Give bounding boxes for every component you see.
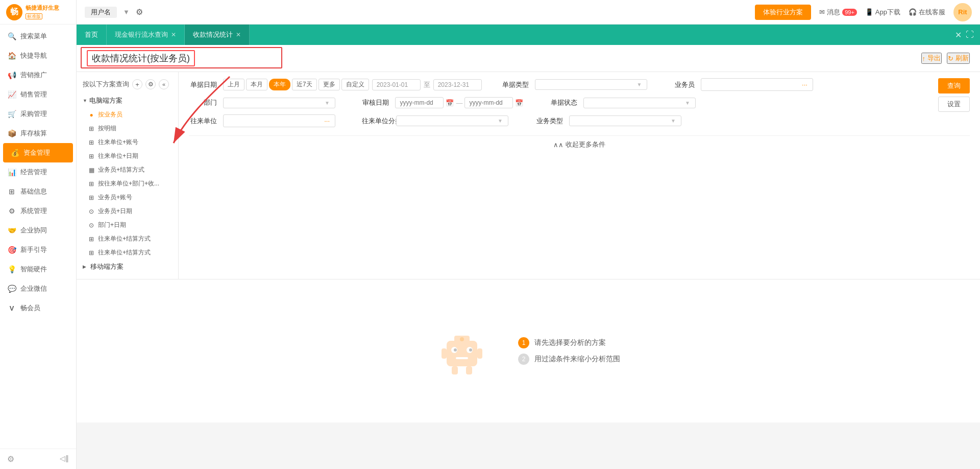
sidebar-item-guide[interactable]: 🎯 新手引导	[0, 240, 76, 260]
topbar-gear-icon[interactable]: ⚙	[136, 7, 143, 17]
sidebar-item-search[interactable]: 🔍 搜索菜单	[0, 27, 76, 46]
scheme-item-sales-account[interactable]: ⊞ 业务员+账号	[77, 191, 178, 204]
doc-status-label: 单据状态	[549, 98, 577, 107]
online-service-button[interactable]: 🎧 在线客服	[909, 8, 945, 17]
tab-collection-stats[interactable]: 收款情况统计 ✕	[185, 25, 250, 45]
marketing-icon: 📢	[7, 71, 16, 80]
sidebar-item-shortcut[interactable]: 🏠 快捷导航	[0, 46, 76, 65]
sidebar-item-collab[interactable]: 🤝 企业协同	[0, 221, 76, 240]
date-row: 上月 本月 本年 近7天 更多 自定义 至	[223, 79, 482, 90]
scheme-mobile-title[interactable]: ▶ 移动端方案	[83, 262, 172, 271]
scheme-item-sales-date[interactable]: ⊙ 业务员+日期	[77, 204, 178, 218]
svg-rect-0	[447, 341, 477, 366]
app-download-button[interactable]: 📱 App下载	[865, 8, 900, 17]
date-to-input[interactable]	[433, 79, 482, 90]
date-btn-7days[interactable]: 近7天	[292, 79, 317, 90]
scheme-item-label: 业务员+日期	[98, 207, 132, 216]
query-button[interactable]: 查询	[938, 78, 970, 93]
scheme-desktop-section[interactable]: ▼ 电脑端方案	[77, 93, 178, 108]
sidebar-item-inventory[interactable]: 📦 库存核算	[0, 124, 76, 143]
scheme-item-label: 业务员+结算方式	[98, 166, 144, 174]
tab-collection-stats-close[interactable]: ✕	[236, 31, 241, 38]
audit-from-input[interactable]	[395, 97, 444, 108]
tab-home[interactable]: 首页	[77, 25, 107, 45]
type-select[interactable]: ▼	[535, 79, 647, 90]
search-icon: 🔍	[7, 32, 16, 41]
date-btn-more[interactable]: 更多	[318, 79, 340, 90]
home-icon: 🏠	[7, 51, 16, 60]
export-button[interactable]: ↑ 导出	[921, 53, 942, 64]
sidebar-item-marketing[interactable]: 📢 营销推广	[0, 65, 76, 85]
sidebar-item-wechat[interactable]: 💬 企业微信	[0, 279, 76, 298]
scheme-item-partner-dept[interactable]: ⊞ 按往来单位+部门+收...	[77, 177, 178, 191]
sidebar-item-label: 资金管理	[23, 148, 50, 157]
scheme-gear-button[interactable]: ⚙	[145, 79, 156, 89]
audit-date-dash: —	[456, 99, 462, 107]
scheme-item-partner-account[interactable]: ⊞ 往来单位+账号	[77, 135, 178, 149]
svg-rect-7	[456, 357, 468, 359]
biz-type-select[interactable]: ▼	[569, 115, 681, 126]
trial-button[interactable]: 体验行业方案	[755, 5, 811, 20]
date-separator: 至	[424, 80, 430, 89]
sidebar-nav: 🔍 搜索菜单 🏠 快捷导航 📢 营销推广 📈 销售管理 🛒 采购管理 📦 库存核…	[0, 25, 76, 449]
partner-more-icon[interactable]: ···	[324, 117, 330, 125]
date-btn-this-month[interactable]: 本月	[246, 79, 267, 90]
scheme-item-partner-settle2[interactable]: ⊞ 往来单位+结算方式	[77, 246, 178, 260]
more-icon[interactable]: ···	[802, 81, 807, 88]
settings-icon[interactable]: ⚙	[7, 454, 14, 464]
partner-cat-select[interactable]: ▼	[396, 115, 508, 126]
scheme-item-label: 按业务员	[98, 110, 122, 119]
step-2-num: 2	[518, 354, 529, 365]
sidebar-item-hardware[interactable]: 💡 智能硬件	[0, 260, 76, 279]
salesperson-select[interactable]: ···	[701, 78, 813, 91]
date-btn-last-month[interactable]: 上月	[223, 79, 244, 90]
scheme-item-dept-date[interactable]: ⊙ 部门+日期	[77, 218, 178, 232]
scheme-item-partner-date[interactable]: ⊞ 往来单位+日期	[77, 149, 178, 163]
scheme-item-salesperson[interactable]: ● 按业务员	[77, 108, 178, 122]
message-button[interactable]: ✉ 消息 99+	[819, 8, 857, 17]
setting-button[interactable]: 设置	[938, 97, 970, 112]
calendar-icon-2[interactable]: 📅	[515, 99, 523, 107]
collapse-button[interactable]: ∧∧ 收起更多条件	[553, 140, 605, 149]
sidebar-item-label: 经营管理	[20, 168, 47, 177]
audit-date-label: 审核日期	[361, 98, 389, 107]
sidebar: 畅 畅捷通好生意 标准版 🔍 搜索菜单 🏠 快捷导航 📢 营销推广 📈 销售管理…	[0, 0, 77, 469]
step-2-text: 用过滤条件来缩小分析范围	[534, 355, 620, 364]
sidebar-item-basic[interactable]: ⊞ 基础信息	[0, 182, 76, 201]
tab-bank-flow[interactable]: 现金银行流水查询 ✕	[107, 25, 185, 45]
sidebar-item-sales[interactable]: 📈 销售管理	[0, 85, 76, 104]
collapse-label: 收起更多条件	[566, 140, 605, 149]
svg-rect-8	[442, 348, 447, 359]
calendar-icon-1[interactable]: 📅	[446, 99, 454, 107]
sidebar-item-system[interactable]: ⚙ 系统管理	[0, 201, 76, 221]
partner-cat-caret: ▼	[498, 118, 503, 124]
date-btn-this-year[interactable]: 本年	[269, 79, 290, 90]
refresh-icon: ↻	[948, 55, 953, 62]
doc-status-caret: ▼	[685, 100, 690, 106]
collapse-sidebar-icon[interactable]: ◁‖	[60, 454, 69, 464]
sidebar-item-finance[interactable]: 💰 资金管理	[3, 143, 73, 162]
scheme-item-partner-settle1[interactable]: ⊞ 往来单位+结算方式	[77, 232, 178, 246]
date-from-input[interactable]	[372, 79, 421, 90]
scheme-item-label: 按往来单位+部门+收...	[98, 179, 159, 188]
sales-account-icon: ⊞	[88, 194, 95, 201]
refresh-button[interactable]: ↻ 刷新	[947, 53, 970, 64]
doc-status-select[interactable]: ▼	[583, 98, 696, 108]
sidebar-item-purchase[interactable]: 🛒 采购管理	[0, 104, 76, 124]
scheme-item-detail[interactable]: ⊞ 按明细	[77, 122, 178, 135]
scheme-collapse-button[interactable]: «	[159, 79, 169, 89]
partner-select[interactable]: ···	[223, 114, 335, 127]
dropdown-icon[interactable]: ▼	[123, 8, 130, 16]
scheme-item-sales-settle[interactable]: ▦ 业务员+结算方式	[77, 163, 178, 177]
tab-bank-flow-close[interactable]: ✕	[171, 31, 176, 38]
sidebar-item-operation[interactable]: 📊 经营管理	[0, 162, 76, 182]
tab-close-all-icon[interactable]: ✕	[955, 30, 962, 40]
sidebar-item-member[interactable]: V 畅会员	[0, 298, 76, 318]
tab-maximize-icon[interactable]: ⛶	[966, 30, 974, 39]
scheme-add-button[interactable]: +	[132, 79, 142, 89]
date-btn-custom[interactable]: 自定义	[341, 79, 369, 90]
sidebar-item-label: 企业微信	[20, 284, 47, 293]
avatar[interactable]: Rit	[953, 3, 972, 21]
dept-select[interactable]: ▼	[223, 98, 335, 108]
audit-to-input[interactable]	[464, 97, 513, 108]
